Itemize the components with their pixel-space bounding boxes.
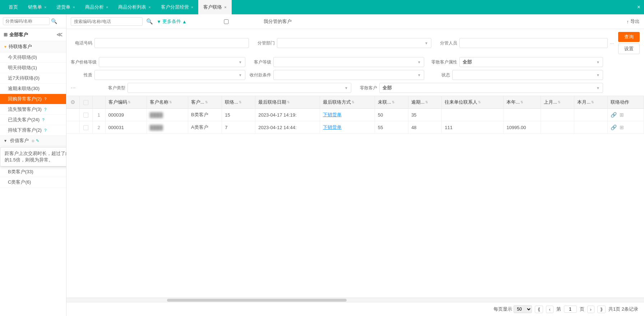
status-label: 状态: [428, 72, 450, 78]
sidebar-section-pending[interactable]: ▼ 待联络客户: [0, 41, 66, 52]
nav-home[interactable]: 首页: [4, 0, 23, 14]
sidebar-item-overdue[interactable]: 逾期未联络(30): [0, 84, 66, 94]
more-conditions-button[interactable]: ▼ 更多条件 ▲: [157, 18, 187, 25]
phone-input[interactable]: [94, 38, 249, 48]
filter-bar: 🔍 ▼ 更多条件 ▲ 我分管的客户 ↑ 导出: [66, 14, 644, 29]
col-settings[interactable]: ⚙: [66, 96, 79, 109]
retail-customer-select[interactable]: 全部 ▼: [379, 83, 603, 93]
col-overdue-header[interactable]: 逾期...⇅: [408, 96, 442, 109]
nav-product-analysis[interactable]: 商品分析 ×: [80, 0, 113, 14]
filter-row-4: ··· 客户类型 ▼ 零散客户 全部 ▼: [71, 83, 640, 93]
col-lastmethod-header[interactable]: 最后联络方式⇅: [320, 96, 375, 109]
table-body: 1 000039 ████ B类客户 15 2023-04-17 14:19: …: [66, 109, 644, 134]
person-more-button[interactable]: ···: [610, 41, 614, 46]
prev-page-button[interactable]: ‹: [546, 306, 553, 313]
nav-customer-contact[interactable]: 客户联络 ×: [198, 0, 231, 14]
nav-product-analysis-list[interactable]: 商品分析列表 ×: [113, 0, 156, 14]
price-level-select[interactable]: ▼: [99, 57, 245, 67]
export-button[interactable]: ↑ 导出: [627, 18, 640, 25]
table-settings-icon[interactable]: ⚙: [70, 99, 75, 105]
row2-link-icon[interactable]: 🔗: [611, 124, 617, 130]
nav-purchase-close[interactable]: ×: [73, 5, 75, 9]
col-num-header: [92, 96, 105, 109]
last-page-button[interactable]: ⟫: [597, 306, 606, 313]
col-person-header[interactable]: 往来单位联系人⇅: [442, 96, 504, 109]
col-lastdate-header[interactable]: 最后联络日期⇅: [255, 96, 320, 109]
row1-link-icon[interactable]: 🔗: [611, 112, 617, 118]
person-input[interactable]: [459, 38, 608, 48]
row2-grid-icon[interactable]: ⊞: [620, 124, 624, 130]
sidebar-item-today[interactable]: 今天待联络(0): [0, 52, 66, 63]
per-page-select[interactable]: 50 100 200: [514, 305, 532, 313]
page-number-input[interactable]: 1: [564, 306, 577, 313]
my-customers-checkbox-area[interactable]: 我分管的客户: [190, 18, 292, 25]
sidebar-item-churned[interactable]: 已流失客户(24) ?: [0, 115, 66, 125]
col-checkbox-header[interactable]: [79, 96, 92, 109]
my-customers-checkbox[interactable]: [190, 19, 262, 24]
row2-type: A类客户: [188, 121, 222, 134]
nav-customer-strat-close[interactable]: ×: [191, 5, 193, 9]
col-uncontacted-header[interactable]: 未联...⇅: [375, 96, 408, 109]
edit-icon[interactable]: ✎: [36, 138, 39, 143]
col-thisyear-header[interactable]: 本年...⇅: [504, 96, 541, 109]
customer-level-select[interactable]: ▼: [273, 57, 424, 67]
select-all-checkbox[interactable]: [83, 100, 88, 105]
status-select[interactable]: ▼: [452, 70, 603, 80]
sidebar-item-abnormal-repurchase[interactable]: 回购异常客户(2) ?: [0, 94, 66, 104]
sidebar-item-7days[interactable]: 近7天待联络(0): [0, 73, 66, 84]
row2-contact: 7: [222, 121, 255, 134]
sidebar-item-declining[interactable]: 持续下滑客户(2) ?: [0, 125, 66, 136]
sidebar-item-tomorrow[interactable]: 明天待联络(1): [0, 63, 66, 73]
col-code-header[interactable]: 客户编码⇅: [105, 96, 147, 109]
nav-purchase[interactable]: 进货单 ×: [51, 0, 80, 14]
scrollbar-thumb[interactable]: [167, 299, 347, 302]
nav-product-analysis-close[interactable]: ×: [106, 5, 108, 9]
sidebar-value-customers-section[interactable]: ▼ 价值客户 ○ ✎: [0, 136, 66, 146]
nature-select[interactable]: ▼: [94, 70, 245, 80]
search-input[interactable]: [71, 17, 143, 26]
row1-select-checkbox[interactable]: [83, 113, 88, 118]
search-button[interactable]: 🔍: [146, 18, 153, 25]
nav-customer-contact-close[interactable]: ×: [224, 5, 226, 9]
row2-select-checkbox[interactable]: [83, 125, 88, 130]
filter-row-1: 电话号码 分管部门 ▼ 分管人员 ··· 查询 设置: [71, 32, 640, 54]
nav-customer-stratification[interactable]: 客户分层经营 ×: [156, 0, 198, 14]
settings-button[interactable]: 设置: [618, 43, 640, 54]
sort-icon-overdue: ⇅: [425, 100, 428, 104]
payment-select[interactable]: ▼: [273, 70, 424, 80]
sidebar-item-c-class[interactable]: C类客户(6): [0, 177, 66, 188]
col-contact-header[interactable]: 联络...⇅: [222, 96, 255, 109]
department-select[interactable]: ▼: [277, 38, 431, 48]
col-thismonth-header[interactable]: 本月...⇅: [574, 96, 608, 109]
next-page-button[interactable]: ›: [587, 306, 594, 313]
first-page-button[interactable]: ⟪: [535, 306, 543, 313]
row1-grid-icon[interactable]: ⊞: [620, 112, 624, 118]
row1-lastmethod[interactable]: 下销货单: [320, 109, 375, 121]
row2-lastmethod[interactable]: 下销货单: [320, 121, 375, 134]
query-button[interactable]: 查询: [618, 32, 640, 42]
nav-product-list-close[interactable]: ×: [148, 5, 150, 9]
row1-checkbox[interactable]: [79, 109, 92, 121]
customer-type-select[interactable]: ▼: [128, 83, 351, 93]
sidebar-search-icon[interactable]: 🔍: [51, 18, 57, 24]
sidebar-item-b-class[interactable]: B类客户(33): [0, 167, 66, 177]
sidebar-search-input[interactable]: [3, 17, 50, 25]
col-lastmonth-header[interactable]: 上月...⇅: [541, 96, 574, 109]
row2-checkbox[interactable]: [79, 121, 92, 134]
sidebar-item-churn-warning[interactable]: 流失预警客户(3) ?: [0, 104, 66, 115]
row1-settings: [66, 109, 79, 121]
retail-attr-select[interactable]: 全部 ▼: [459, 57, 603, 67]
data-table-area: ⚙ 客户编码⇅ 客户名称⇅ 客户...⇅: [66, 96, 644, 298]
window-close-button[interactable]: ×: [637, 4, 640, 10]
sidebar-collapse-button[interactable]: ≪: [56, 31, 62, 38]
sort-icon-code: ⇅: [128, 100, 131, 104]
row1-type: B类客户: [188, 109, 222, 121]
nav-sales-close[interactable]: ×: [44, 5, 46, 9]
col-type-header[interactable]: 客户...⇅: [188, 96, 222, 109]
per-page-label: 每页显示: [494, 306, 512, 312]
dropdown-arrow-price: ▼: [238, 60, 242, 64]
nav-sales[interactable]: 销售单 ×: [23, 0, 51, 14]
horizontal-scrollbar[interactable]: [66, 298, 644, 302]
more-filters-dots[interactable]: ···: [71, 85, 75, 91]
col-name-header[interactable]: 客户名称⇅: [147, 96, 188, 109]
